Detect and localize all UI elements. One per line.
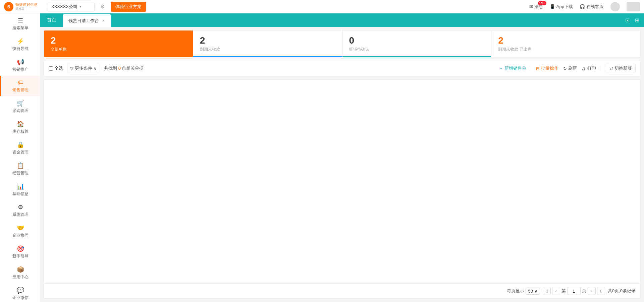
refresh-label: 刷新 <box>568 65 577 71</box>
stat-num-overdue: 2 <box>200 35 335 46</box>
sidebar-item-label: 快捷导航 <box>12 46 29 52</box>
sidebar-item-cooperation[interactable]: 🤝 企业协同 <box>0 221 40 242</box>
quick-nav-icon: ⚡ <box>17 38 24 45</box>
cooperation-icon: 🤝 <box>17 224 24 232</box>
app-download-btn[interactable]: 📱 App下载 <box>550 4 573 10</box>
avatar[interactable] <box>610 2 620 11</box>
sidebar-item-label: 系统管理 <box>12 212 29 218</box>
refresh-button[interactable]: ↻ 刷新 <box>563 65 577 71</box>
sidebar-item-operations[interactable]: 📋 经营管理 <box>0 159 40 179</box>
toolbar: 全选 ▽ 更多条件 ∨ 共找到 0 条相关单据 ＋ <box>44 60 641 77</box>
menu-icon: ☰ <box>18 17 23 24</box>
trial-button[interactable]: 体验行业方案 <box>111 2 146 12</box>
select-all-checkbox[interactable]: 全选 <box>49 65 63 71</box>
first-page-button[interactable]: ⟨⟨ <box>543 287 551 295</box>
filter-button[interactable]: ▽ 更多条件 ∨ <box>67 64 100 73</box>
tab-label: 钱货日清工作台 <box>68 18 99 24</box>
marketing-icon: 📢 <box>17 58 24 66</box>
inventory-icon: 🏠 <box>17 120 24 128</box>
logo-area: 6 畅捷通好生意 标准版 <box>4 2 44 11</box>
sidebar-item-quick-nav[interactable]: ⚡ 快捷导航 <box>0 34 40 55</box>
tab-minimize-icon[interactable]: ⊡ <box>624 16 631 25</box>
page-content: 2 全部单据 2 到期未收款 0 旺辅待确认 2 到期未收款 已出库 <box>40 27 644 302</box>
sidebar-item-finance[interactable]: 🔒 资金管理 <box>0 138 40 159</box>
stat-card-overdue[interactable]: 2 到期未收款 <box>193 31 342 57</box>
sidebar-item-weixin[interactable]: 💬 企业微信 <box>0 283 40 302</box>
stats-row: 2 全部单据 2 到期未收款 0 旺辅待确认 2 到期未收款 已出库 <box>44 30 641 57</box>
settings-icon[interactable]: ⚙ <box>98 2 107 11</box>
tab-maximize-icon[interactable]: ⊞ <box>634 16 641 25</box>
content-area: 首页 钱货日清工作台 × ⊡ ⊞ 2 全部单据 2 到期未收款 <box>40 13 644 302</box>
sales-icon: 🏷 <box>17 79 23 86</box>
stat-card-all[interactable]: 2 全部单据 <box>44 31 193 57</box>
operations-icon: 📋 <box>17 162 24 169</box>
stat-card-unshipped[interactable]: 2 到期未收款 已出库 <box>491 31 640 57</box>
dropdown-arrow-icon: ∨ <box>534 289 538 294</box>
base-info-icon: 📊 <box>17 183 24 190</box>
found-text: 共找到 0 条相关单据 <box>104 65 144 71</box>
pagination-bar: 每页显示 50 ∨ ⟨⟨ ＜ 第 页 ＞ ⟩⟩ 共0页,0条记录 <box>44 284 641 299</box>
page-size-dropdown[interactable]: 50 ∨ <box>526 288 540 295</box>
sidebar-item-guide[interactable]: 🎯 新手引导 <box>0 242 40 262</box>
sidebar-item-sales[interactable]: 🏷 销售管理 <box>0 76 40 96</box>
batch-ops-button[interactable]: ⊞ 批量操作 <box>536 65 558 71</box>
select-all-input[interactable] <box>49 66 53 71</box>
divider2 <box>601 66 601 71</box>
tab-bar: 首页 钱货日清工作台 × ⊡ ⊞ <box>40 13 644 27</box>
switch-version-button[interactable]: ⇄ 切换新版 <box>606 64 636 73</box>
online-service-btn[interactable]: 🎧 在线客服 <box>580 4 604 10</box>
logo-icon: 6 <box>4 2 13 11</box>
found-count: 0 <box>118 66 121 71</box>
stat-card-wangwang[interactable]: 0 旺辅待确认 <box>342 31 492 57</box>
sidebar-item-system[interactable]: ⚙ 系统管理 <box>0 200 40 221</box>
page-nav: ⟨⟨ ＜ 第 页 ＞ ⟩⟩ <box>543 287 605 295</box>
found-prefix: 共找到 <box>104 66 117 71</box>
stat-label-overdue: 到期未收款 <box>200 47 335 52</box>
stat-label-all: 全部单据 <box>51 47 186 52</box>
switch-icon: ⇄ <box>609 66 613 71</box>
last-page-button[interactable]: ⟩⟩ <box>597 287 605 295</box>
filter-chevron-icon: ∨ <box>94 66 97 71</box>
toolbar-left: 全选 ▽ 更多条件 ∨ 共找到 0 条相关单据 <box>49 64 144 73</box>
stat-label-wangwang: 旺辅待确认 <box>349 47 485 52</box>
sidebar-item-marketing[interactable]: 📢 营销推广 <box>0 55 40 76</box>
tab-close-icon[interactable]: × <box>102 18 105 24</box>
tab-active[interactable]: 钱货日清工作台 × <box>63 14 111 27</box>
sidebar-item-search[interactable]: ☰ 搜索菜单 <box>0 13 40 34</box>
stat-indicator-teal <box>342 56 491 57</box>
print-button[interactable]: 🖨 打印 <box>582 65 596 71</box>
refresh-icon: ↻ <box>563 66 567 71</box>
purchase-icon: 🛒 <box>17 100 24 107</box>
message-badge: 99+ <box>538 1 546 5</box>
sidebar-item-label: 库存核算 <box>12 129 29 134</box>
company-selector[interactable]: XXXXXX公司 ▼ <box>48 2 95 11</box>
sidebar: ☰ 搜索菜单 ⚡ 快捷导航 📢 营销推广 🏷 销售管理 🛒 采购管理 🏠 库存核… <box>0 13 40 302</box>
sidebar-item-label: 新手引导 <box>12 253 29 259</box>
page-number-input[interactable] <box>567 287 581 295</box>
main-layout: ☰ 搜索菜单 ⚡ 快捷导航 📢 营销推广 🏷 销售管理 🛒 采购管理 🏠 库存核… <box>0 13 644 302</box>
sidebar-item-inventory[interactable]: 🏠 库存核算 <box>0 117 40 138</box>
new-sale-button[interactable]: ＋ 新增销售单 <box>499 65 526 71</box>
sidebar-item-label: 采购管理 <box>12 108 29 114</box>
tab-home[interactable]: 首页 <box>40 13 63 27</box>
filter-icon: ▽ <box>70 66 73 71</box>
sidebar-item-base-info[interactable]: 📊 基础信息 <box>0 179 40 200</box>
select-all-label: 全选 <box>54 65 63 71</box>
prev-page-button[interactable]: ＜ <box>552 287 560 295</box>
sidebar-item-purchase[interactable]: 🛒 采购管理 <box>0 96 40 117</box>
message-btn[interactable]: ✉ 消息 99+ <box>529 4 543 10</box>
company-name: XXXXXX公司 <box>51 4 77 10</box>
sidebar-item-app-center[interactable]: 📦 应用中心 <box>0 262 40 283</box>
plus-icon: ＋ <box>499 65 503 71</box>
stat-indicator-blue <box>193 56 342 57</box>
stat-label-unshipped: 到期未收款 已出库 <box>498 47 634 52</box>
user-name-area <box>627 2 640 11</box>
download-icon: 📱 <box>550 4 555 9</box>
sidebar-item-label: 搜索菜单 <box>12 25 29 31</box>
print-icon: 🖨 <box>582 66 586 71</box>
stat-num-all: 2 <box>51 35 186 46</box>
app-download-label: App下载 <box>556 4 573 10</box>
print-label: 打印 <box>587 65 596 71</box>
next-page-button[interactable]: ＞ <box>588 287 596 295</box>
online-service-label: 在线客服 <box>586 4 604 10</box>
